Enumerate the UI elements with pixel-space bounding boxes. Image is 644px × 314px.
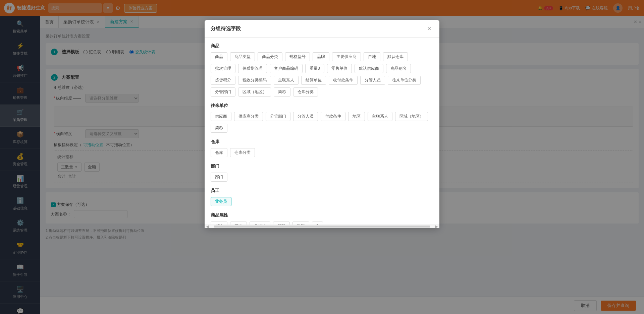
- field-tag[interactable]: 商品类型: [230, 52, 255, 61]
- field-tag[interactable]: 客户商品编码: [270, 64, 303, 73]
- field-tag[interactable]: 分管部门: [211, 87, 235, 97]
- field-tag[interactable]: 区域（地区）: [395, 112, 428, 121]
- field-tag[interactable]: 主要供应商: [332, 52, 361, 61]
- field-tag[interactable]: 规格型号: [285, 52, 310, 61]
- modal-overlay: 分组待选字段 ✕ 商品商品商品类型商品分类规格型号品牌主要供应商产地默认仓库批次…: [0, 0, 644, 314]
- field-tag[interactable]: 分管人员: [360, 76, 385, 85]
- hscroll-left-arrow[interactable]: ◀: [205, 224, 210, 229]
- modal-section-往来单位: 往来单位供应商供应商分类分管部门分管人员付款条件地区主联系人区域（地区）简称: [211, 103, 433, 133]
- field-tag[interactable]: 付款条件: [321, 112, 345, 121]
- modal-section-title: 往来单位: [211, 103, 433, 109]
- modal-section-员工: 员工业务员: [211, 188, 433, 206]
- field-tag[interactable]: 鞋码: [292, 222, 309, 225]
- field-tag[interactable]: 拣货积分: [211, 76, 235, 85]
- field-tags: 仓库仓库分类: [211, 148, 433, 157]
- modal-section-商品属性: 商品属性属性颜色多规格尺码鞋码1: [211, 212, 433, 225]
- field-tag[interactable]: 产地: [364, 52, 380, 61]
- modal-section-部门: 部门部门: [211, 163, 433, 182]
- field-tag[interactable]: 简称: [211, 124, 227, 133]
- field-tag[interactable]: 部门: [211, 173, 227, 182]
- field-tag[interactable]: 收付款条件: [329, 76, 358, 85]
- field-tag[interactable]: 分管人员: [293, 112, 318, 121]
- field-tag[interactable]: 品牌: [313, 52, 329, 61]
- field-tags: 供应商供应商分类分管部门分管人员付款条件地区主联系人区域（地区）简称: [211, 112, 433, 133]
- field-tag[interactable]: 重量3: [305, 64, 324, 73]
- hscroll-bar: [214, 226, 430, 228]
- field-tag[interactable]: 结算单位: [301, 76, 326, 85]
- field-tag[interactable]: 默认供应商: [355, 64, 383, 73]
- modal-section-title: 商品: [211, 43, 433, 49]
- field-tag[interactable]: 仓库: [211, 148, 227, 157]
- field-tag[interactable]: 尺码: [273, 222, 290, 225]
- field-tag[interactable]: 仓库分类: [230, 148, 255, 157]
- field-tag[interactable]: 多规格: [250, 222, 270, 225]
- modal-header: 分组待选字段 ✕: [205, 20, 439, 38]
- field-tag[interactable]: 分管部门: [266, 112, 290, 121]
- field-tag[interactable]: 供应商分类: [234, 112, 263, 121]
- modal-body: 商品商品商品类型商品分类规格型号品牌主要供应商产地默认仓库批次管理保质期管理客户…: [205, 38, 439, 225]
- modal-section-title: 仓库: [211, 139, 433, 145]
- modal-section-title: 员工: [211, 188, 433, 194]
- field-tag[interactable]: 1: [312, 222, 323, 225]
- field-tag[interactable]: 默认仓库: [383, 52, 408, 61]
- field-tag[interactable]: 属性: [211, 222, 227, 225]
- modal-close-btn[interactable]: ✕: [425, 25, 433, 33]
- field-tag[interactable]: 批次管理: [211, 64, 235, 73]
- field-tags: 商品商品类型商品分类规格型号品牌主要供应商产地默认仓库批次管理保质期管理客户商品…: [211, 52, 433, 97]
- modal-section-title: 商品属性: [211, 212, 433, 218]
- field-tags: 业务员: [211, 197, 433, 206]
- field-tag[interactable]: 颜色: [230, 222, 247, 225]
- field-tag[interactable]: 零售单位: [327, 64, 352, 73]
- modal: 分组待选字段 ✕ 商品商品商品类型商品分类规格型号品牌主要供应商产地默认仓库批次…: [205, 20, 439, 228]
- modal-section-title: 部门: [211, 163, 433, 169]
- field-tags: 部门: [211, 173, 433, 182]
- modal-title: 分组待选字段: [211, 25, 241, 32]
- field-tag[interactable]: 往来单位分类: [388, 76, 421, 85]
- field-tag[interactable]: 业务员: [211, 197, 231, 206]
- field-tag[interactable]: 简称: [274, 87, 290, 97]
- field-tag[interactable]: 区域（地区）: [238, 87, 271, 97]
- modal-section-仓库: 仓库仓库仓库分类: [211, 139, 433, 157]
- field-tag[interactable]: 税收分类编码: [238, 76, 271, 85]
- field-tag[interactable]: 主联系人: [274, 76, 299, 85]
- field-tag[interactable]: 主联系人: [368, 112, 392, 121]
- modal-hscroll[interactable]: ◀ ▶: [205, 225, 439, 228]
- field-tag[interactable]: 商品分类: [258, 52, 282, 61]
- field-tag[interactable]: 供应商: [211, 112, 231, 121]
- field-tag[interactable]: 商品别名: [386, 64, 411, 73]
- field-tag[interactable]: 商品: [211, 52, 227, 61]
- field-tag[interactable]: 保质期管理: [238, 64, 267, 73]
- field-tags: 属性颜色多规格尺码鞋码1: [211, 222, 433, 225]
- field-tag[interactable]: 地区: [348, 112, 365, 121]
- field-tag[interactable]: 仓库分类: [293, 87, 318, 97]
- hscroll-right-arrow[interactable]: ▶: [434, 224, 439, 229]
- modal-section-商品: 商品商品商品类型商品分类规格型号品牌主要供应商产地默认仓库批次管理保质期管理客户…: [211, 43, 433, 97]
